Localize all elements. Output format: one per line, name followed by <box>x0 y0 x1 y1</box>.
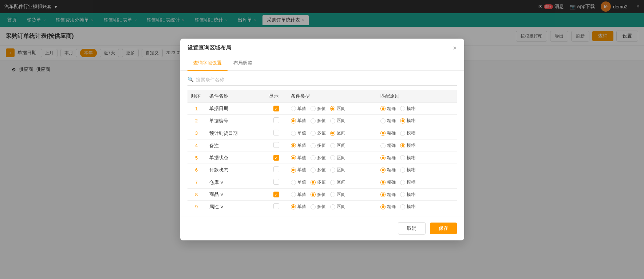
match-radio-item[interactable]: 精确 <box>380 130 396 136</box>
type-radio-icon[interactable] <box>291 106 296 111</box>
type-radio-icon[interactable] <box>311 106 316 111</box>
type-radio-item[interactable]: 单值 <box>291 106 306 112</box>
match-radio-item[interactable]: 模糊 <box>400 179 415 185</box>
type-radio-icon[interactable] <box>291 180 296 185</box>
type-radio-item[interactable]: 多值 <box>311 142 326 149</box>
type-radio-item[interactable]: 单值 <box>291 167 306 173</box>
modal-search-input[interactable] <box>196 77 269 82</box>
type-radio-icon[interactable] <box>311 155 316 160</box>
match-radio-item[interactable]: 精确 <box>380 155 396 161</box>
type-radio-item[interactable]: 多值 <box>311 179 326 185</box>
match-radio-item[interactable]: 精确 <box>380 167 396 173</box>
tab-layout-adjust[interactable]: 布局调整 <box>228 56 258 71</box>
type-radio-item[interactable]: 多值 <box>311 130 326 136</box>
type-radio-item[interactable]: 区间 <box>330 130 345 136</box>
match-radio-item[interactable]: 模糊 <box>400 204 415 210</box>
type-radio-icon[interactable] <box>291 143 296 148</box>
type-radio-item[interactable]: 单值 <box>291 130 306 136</box>
type-radio-icon[interactable] <box>330 155 335 160</box>
match-radio-icon[interactable] <box>380 131 386 136</box>
type-radio-item[interactable]: 区间 <box>330 118 345 124</box>
type-radio-icon[interactable] <box>311 131 316 136</box>
match-radio-item[interactable]: 模糊 <box>400 192 415 198</box>
type-radio-icon[interactable] <box>311 143 316 148</box>
type-radio-item[interactable]: 区间 <box>330 106 345 112</box>
type-radio-icon[interactable] <box>291 118 296 123</box>
match-radio-icon[interactable] <box>400 204 405 209</box>
match-radio-item[interactable]: 精确 <box>380 179 396 185</box>
type-radio-item[interactable]: 多值 <box>311 192 326 198</box>
display-checkbox[interactable] <box>273 166 279 172</box>
match-radio-icon[interactable] <box>400 180 405 185</box>
match-radio-icon[interactable] <box>380 204 386 209</box>
match-radio-icon[interactable] <box>400 106 405 111</box>
type-radio-icon[interactable] <box>330 204 335 209</box>
type-radio-icon[interactable] <box>330 180 335 185</box>
match-radio-item[interactable]: 精确 <box>380 106 396 112</box>
save-button[interactable]: 保存 <box>430 223 457 234</box>
type-radio-item[interactable]: 多值 <box>311 106 326 112</box>
match-radio-icon[interactable] <box>380 192 386 197</box>
type-radio-icon[interactable] <box>291 204 296 209</box>
type-radio-icon[interactable] <box>330 143 335 148</box>
match-radio-item[interactable]: 模糊 <box>400 142 415 149</box>
type-radio-icon[interactable] <box>311 168 316 173</box>
type-radio-item[interactable]: 多值 <box>311 155 326 161</box>
type-radio-icon[interactable] <box>330 106 335 111</box>
match-radio-item[interactable]: 模糊 <box>400 167 415 173</box>
type-radio-item[interactable]: 区间 <box>330 204 345 210</box>
match-radio-icon[interactable] <box>400 131 405 136</box>
match-radio-icon[interactable] <box>380 106 386 111</box>
type-radio-item[interactable]: 单值 <box>291 204 306 210</box>
match-radio-item[interactable]: 模糊 <box>400 155 415 161</box>
display-checkbox[interactable] <box>273 179 279 185</box>
match-radio-item[interactable]: 精确 <box>380 204 396 210</box>
type-radio-icon[interactable] <box>291 155 296 160</box>
match-radio-icon[interactable] <box>380 180 386 185</box>
type-radio-item[interactable]: 多值 <box>311 204 326 210</box>
type-radio-item[interactable]: 区间 <box>330 179 345 185</box>
type-radio-item[interactable]: 单值 <box>291 118 306 124</box>
type-radio-icon[interactable] <box>330 131 335 136</box>
type-radio-item[interactable]: 单值 <box>291 179 306 185</box>
type-radio-item[interactable]: 区间 <box>330 155 345 161</box>
type-radio-icon[interactable] <box>311 204 316 209</box>
type-radio-item[interactable]: 单值 <box>291 142 306 149</box>
type-radio-item[interactable]: 多值 <box>311 118 326 124</box>
type-radio-item[interactable]: 单值 <box>291 155 306 161</box>
match-radio-icon[interactable] <box>400 143 405 148</box>
type-radio-item[interactable]: 区间 <box>330 142 345 149</box>
display-checkbox[interactable] <box>273 106 279 111</box>
match-radio-item[interactable]: 模糊 <box>400 130 415 136</box>
match-radio-icon[interactable] <box>380 155 386 160</box>
match-radio-icon[interactable] <box>400 192 405 197</box>
type-radio-icon[interactable] <box>291 192 296 197</box>
match-radio-item[interactable]: 精确 <box>380 118 396 124</box>
cancel-button[interactable]: 取消 <box>398 222 426 235</box>
display-checkbox[interactable] <box>273 142 279 148</box>
type-radio-icon[interactable] <box>330 192 335 197</box>
type-radio-item[interactable]: 多值 <box>311 167 326 173</box>
type-radio-item[interactable]: 区间 <box>330 167 345 173</box>
type-radio-item[interactable]: 单值 <box>291 192 306 198</box>
match-radio-item[interactable]: 模糊 <box>400 118 415 124</box>
type-radio-icon[interactable] <box>291 131 296 136</box>
tab-query-fields[interactable]: 查询字段设置 <box>187 56 228 71</box>
match-radio-icon[interactable] <box>380 143 386 148</box>
match-radio-icon[interactable] <box>400 118 405 123</box>
display-checkbox[interactable] <box>273 203 279 209</box>
type-radio-icon[interactable] <box>291 168 296 173</box>
type-radio-icon[interactable] <box>330 168 335 173</box>
display-checkbox[interactable] <box>273 117 279 123</box>
match-radio-item[interactable]: 模糊 <box>400 106 415 112</box>
type-radio-item[interactable]: 区间 <box>330 192 345 198</box>
match-radio-icon[interactable] <box>400 168 405 173</box>
match-radio-icon[interactable] <box>400 155 405 160</box>
modal-close-button[interactable]: × <box>453 45 457 51</box>
display-checkbox[interactable] <box>273 130 279 135</box>
type-radio-icon[interactable] <box>311 180 316 185</box>
match-radio-icon[interactable] <box>380 168 386 173</box>
display-checkbox[interactable] <box>273 155 279 161</box>
type-radio-icon[interactable] <box>311 118 316 123</box>
match-radio-item[interactable]: 精确 <box>380 192 396 198</box>
